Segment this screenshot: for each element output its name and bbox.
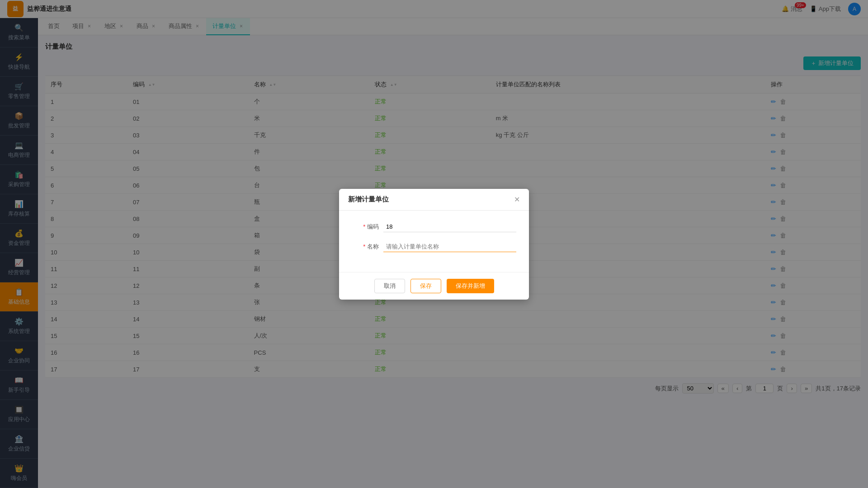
- code-input[interactable]: [383, 221, 516, 232]
- modal-overlay[interactable]: 新增计量单位 ✕ 编码 名称 取消 保存 保存并新增: [0, 0, 868, 488]
- name-label: 名称: [352, 243, 379, 251]
- form-row-name: 名称: [352, 241, 516, 252]
- add-unit-modal: 新增计量单位 ✕ 编码 名称 取消 保存 保存并新增: [339, 189, 529, 300]
- save-button[interactable]: 保存: [410, 279, 441, 293]
- modal-title: 新增计量单位: [348, 195, 389, 204]
- name-input[interactable]: [383, 241, 516, 252]
- modal-footer: 取消 保存 保存并新增: [339, 272, 529, 300]
- cancel-button[interactable]: 取消: [374, 279, 405, 293]
- code-label: 编码: [352, 223, 379, 231]
- save-continue-button[interactable]: 保存并新增: [447, 279, 494, 293]
- form-row-code: 编码: [352, 221, 516, 232]
- modal-close-button[interactable]: ✕: [514, 195, 520, 204]
- modal-header: 新增计量单位 ✕: [339, 189, 529, 211]
- modal-body: 编码 名称: [339, 211, 529, 272]
